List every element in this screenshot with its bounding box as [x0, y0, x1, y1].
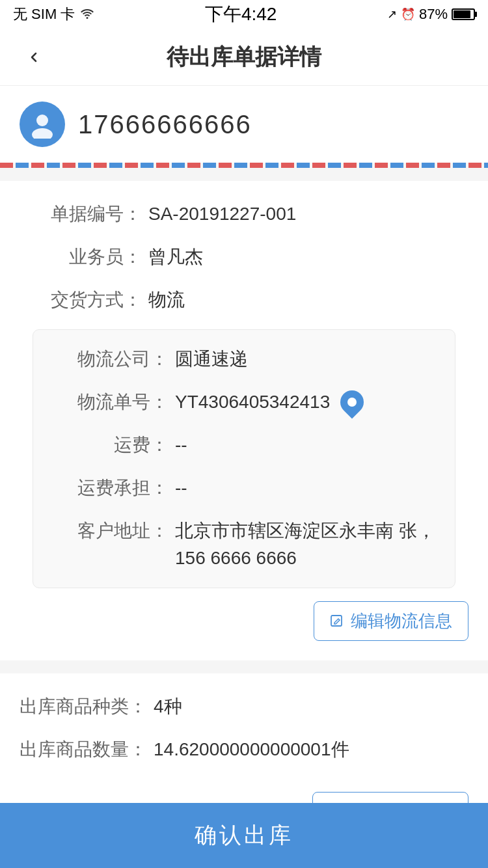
address-label: 客户地址	[46, 517, 150, 545]
delivery-method-label: 交货方式	[20, 286, 124, 314]
status-bar: 无 SIM 卡 下午4:42 ↗ ⏰ 87%	[0, 0, 488, 29]
item-qty-value: 14.620000000000001件	[154, 736, 468, 763]
address-row: 客户地址 ： 北京市市辖区海淀区永丰南 张，156 6666 6666	[46, 517, 442, 572]
status-left: 无 SIM 卡	[13, 5, 94, 24]
status-right: ↗ ⏰ 87%	[387, 6, 475, 23]
edit-logistics-row: 编辑物流信息	[20, 588, 468, 641]
doc-number-row: 单据编号 ： SA-20191227-001	[20, 200, 468, 228]
item-qty-row: 出库商品数量 ： 14.620000000000001件	[20, 736, 468, 763]
item-types-value: 4种	[154, 693, 468, 720]
freight-bearer-value: --	[175, 474, 442, 502]
svg-point-0	[36, 115, 48, 126]
edit-logistics-button[interactable]: 编辑物流信息	[314, 601, 468, 641]
edit-logistics-label: 编辑物流信息	[351, 610, 452, 632]
sales-person-row: 业务员 ： 曾凡杰	[20, 243, 468, 271]
delivery-method-row: 交货方式 ： 物流	[20, 286, 468, 314]
carrier-text: 无 SIM 卡	[13, 5, 75, 24]
address-value: 北京市市辖区海淀区永丰南 张，156 6666 6666	[175, 517, 442, 572]
edit-icon	[330, 614, 344, 629]
battery-percent: 87%	[419, 6, 448, 23]
freight-value: --	[175, 431, 442, 459]
logistics-company-value: 圆通速递	[175, 346, 442, 373]
location-icon: ↗	[387, 7, 397, 21]
doc-number-value: SA-20191227-001	[148, 200, 468, 228]
sales-person-label: 业务员	[20, 243, 124, 271]
tracking-number-label: 物流单号	[46, 388, 150, 416]
alarm-icon: ⏰	[401, 7, 415, 21]
delivery-method-value: 物流	[148, 286, 468, 314]
freight-row: 运费 ： --	[46, 431, 442, 459]
logistics-card: 物流公司 ： 圆通速递 物流单号 ： YT43064053424­13 运费	[33, 329, 455, 588]
battery-icon	[452, 8, 475, 20]
location-pin-icon[interactable]	[336, 386, 369, 419]
user-avatar	[20, 102, 65, 147]
tracking-number-row: 物流单号 ： YT43064053424­13	[46, 388, 442, 416]
back-button[interactable]	[20, 43, 48, 72]
wifi-icon	[80, 6, 94, 23]
freight-bearer-row: 运费承担 ： --	[46, 474, 442, 502]
dashed-divider	[0, 163, 488, 168]
item-qty-label: 出库商品数量	[20, 736, 129, 763]
user-phone: 17666666666	[78, 110, 252, 139]
status-time: 下午4:42	[205, 2, 277, 27]
confirm-outbound-label: 确认出库	[195, 821, 293, 850]
logistics-company-label: 物流公司	[46, 346, 150, 373]
user-header: 17666666666	[0, 86, 488, 163]
page-title: 待出库单据详情	[167, 42, 321, 72]
freight-label: 运费	[46, 431, 150, 459]
nav-bar: 待出库单据详情	[0, 29, 488, 86]
doc-number-label: 单据编号	[20, 200, 124, 228]
logistics-company-row: 物流公司 ： 圆通速递	[46, 346, 442, 373]
item-types-row: 出库商品种类 ： 4种	[20, 693, 468, 720]
confirm-outbound-button[interactable]: 确认出库	[0, 803, 488, 868]
sales-person-value: 曾凡杰	[148, 243, 468, 271]
item-types-label: 出库商品种类	[20, 693, 129, 720]
svg-point-1	[32, 128, 53, 139]
tracking-number-value: YT43064053424­13	[175, 388, 442, 416]
basic-info-section: 单据编号 ： SA-20191227-001 业务员 ： 曾凡杰 交货方式 ： …	[0, 181, 488, 660]
freight-bearer-label: 运费承担	[46, 474, 150, 502]
